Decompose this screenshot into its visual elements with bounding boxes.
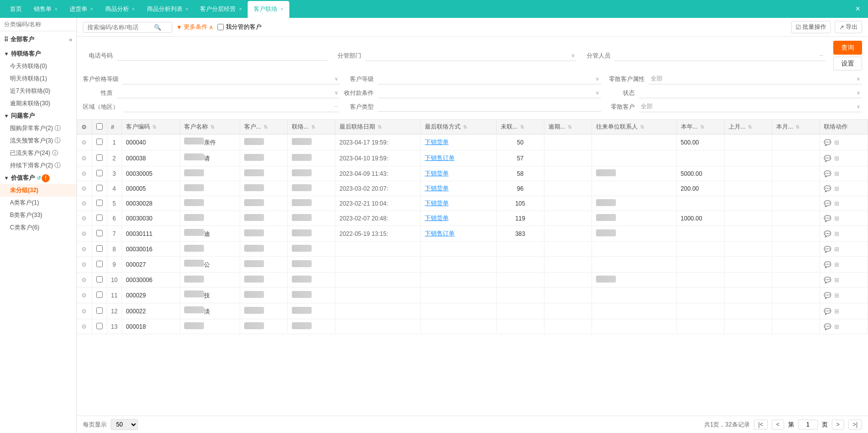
row-last-method-3[interactable]: 下销货单: [420, 181, 496, 196]
close-product-analysis-list-tab[interactable]: ×: [186, 6, 189, 12]
col-contacts-person[interactable]: 往来单位联系人 ⇅: [592, 120, 676, 135]
row-last-method-7[interactable]: [420, 242, 496, 257]
row-check-12[interactable]: [92, 319, 107, 334]
sidebar-all-customers[interactable]: ⠿ 全部客户 «: [0, 31, 76, 48]
filter-search-icon[interactable]: 🔍: [154, 24, 161, 31]
row-last-method-12[interactable]: [420, 319, 496, 334]
filter-more-conditions[interactable]: ▼ 更多条件 ∧: [176, 23, 213, 31]
row-gear-2[interactable]: ⚙: [77, 166, 92, 181]
col-this-month[interactable]: 本月... ⇅: [772, 120, 819, 135]
col-settings[interactable]: ⚙: [77, 120, 92, 135]
row-gear-8[interactable]: ⚙: [77, 257, 92, 273]
grid-icon-7[interactable]: ⊞: [834, 246, 839, 253]
close-sales-tab[interactable]: ×: [55, 6, 58, 12]
sidebar-item-churned[interactable]: 已流失客户(24) ⓘ: [0, 147, 76, 159]
nav-product-analysis-list[interactable]: 商品分析列表 ×: [141, 0, 195, 18]
col-checkbox[interactable]: [92, 120, 107, 135]
region-select[interactable]: ···: [123, 101, 340, 112]
nav-product-analysis[interactable]: 商品分析 ×: [99, 0, 141, 18]
close-customer-segment-tab[interactable]: ×: [239, 6, 242, 12]
row-gear-4[interactable]: ⚙: [77, 196, 92, 211]
row-gear-10[interactable]: ⚙: [77, 288, 92, 303]
row-check-8[interactable]: [92, 257, 107, 273]
sidebar-item-today[interactable]: 今天待联络(0): [0, 60, 76, 72]
chat-icon-9[interactable]: 💬: [824, 277, 831, 284]
sidebar-item-abnormal[interactable]: 囤购异常客户(2) ⓘ: [0, 122, 76, 135]
row-gear-12[interactable]: ⚙: [77, 319, 92, 334]
chat-icon-2[interactable]: 💬: [824, 170, 831, 177]
grid-icon-5[interactable]: ⊞: [834, 215, 839, 222]
sidebar-section-problem[interactable]: ▼ 问题客户: [0, 110, 76, 122]
row-gear-3[interactable]: ⚙: [77, 181, 92, 196]
grid-icon-9[interactable]: ⊞: [834, 277, 839, 284]
nav-customer-contact[interactable]: 客户联络 ×: [248, 1, 289, 19]
chat-icon-10[interactable]: 💬: [824, 292, 831, 299]
row-last-method-10[interactable]: [420, 288, 496, 303]
sidebar-item-tomorrow[interactable]: 明天待联络(1): [0, 72, 76, 85]
row-gear-6[interactable]: ⚙: [77, 226, 92, 242]
my-customers-check[interactable]: [217, 24, 224, 30]
row-check-11[interactable]: [92, 303, 107, 319]
retail-attr-select[interactable]: 全部 ∨: [649, 73, 862, 84]
sidebar-search-input[interactable]: [4, 21, 77, 28]
customer-type-input[interactable]: [378, 102, 601, 112]
nav-purchase[interactable]: 进货单 ×: [64, 0, 99, 18]
window-close-btn[interactable]: ×: [852, 2, 864, 15]
sidebar-item-overdue[interactable]: 逾期未联络(30): [0, 97, 76, 110]
grid-icon-3[interactable]: ⊞: [834, 185, 839, 192]
chat-icon-8[interactable]: 💬: [824, 261, 831, 268]
batch-ops-btn[interactable]: ☑ 批量操作: [791, 21, 831, 33]
grid-icon-2[interactable]: ⊞: [834, 170, 839, 177]
nature-select[interactable]: ∨: [117, 87, 340, 98]
sidebar-item-b-class[interactable]: B类客户(33): [0, 209, 76, 221]
sidebar-collapse-btn[interactable]: «: [69, 36, 72, 43]
sidebar-search-bar[interactable]: 🔍: [0, 18, 76, 31]
retail-customer-select[interactable]: 全部 ∨: [639, 101, 862, 112]
row-check-9[interactable]: [92, 273, 107, 288]
page-number-input[interactable]: [798, 420, 818, 430]
row-last-method-9[interactable]: [420, 273, 496, 288]
row-check-6[interactable]: [92, 226, 107, 242]
row-gear-9[interactable]: ⚙: [77, 273, 92, 288]
close-purchase-tab[interactable]: ×: [90, 6, 93, 12]
row-check-5[interactable]: [92, 211, 107, 226]
grid-icon-11[interactable]: ⊞: [834, 308, 839, 315]
my-customers-checkbox[interactable]: 我分管的客户: [217, 23, 262, 31]
payment-select[interactable]: ∨: [378, 87, 601, 98]
col-last-contact-method[interactable]: 最后联络方式 ⇅: [420, 120, 496, 135]
chat-icon-11[interactable]: 💬: [824, 308, 831, 315]
row-last-method-11[interactable]: [420, 303, 496, 319]
row-last-method-1[interactable]: 下销售订单: [420, 150, 496, 166]
manager-select[interactable]: ···: [614, 50, 825, 61]
refresh-icon[interactable]: ↺: [37, 175, 41, 181]
row-gear-5[interactable]: ⚙: [77, 211, 92, 226]
row-check-3[interactable]: [92, 181, 107, 196]
col-name[interactable]: 客户名称 ⇅: [180, 120, 240, 135]
chat-icon-4[interactable]: 💬: [824, 200, 831, 207]
sidebar-item-declining[interactable]: 持续下滑客户(2) ⓘ: [0, 159, 76, 172]
close-customer-contact-tab[interactable]: ×: [280, 6, 283, 12]
row-check-7[interactable]: [92, 242, 107, 257]
filter-search-input[interactable]: [87, 24, 152, 31]
row-check-0[interactable]: [92, 135, 107, 150]
last-page-btn[interactable]: >|: [848, 420, 862, 430]
row-last-method-6[interactable]: 下销售订单: [420, 226, 496, 242]
row-last-method-5[interactable]: 下销货单: [420, 211, 496, 226]
customer-level-select[interactable]: ∨: [378, 73, 601, 84]
col-this-year[interactable]: 本年... ⇅: [676, 120, 724, 135]
nav-sales[interactable]: 销售单 ×: [28, 0, 64, 18]
row-check-4[interactable]: [92, 196, 107, 211]
grid-icon-12[interactable]: ⊞: [834, 323, 839, 330]
grid-icon-4[interactable]: ⊞: [834, 200, 839, 207]
row-check-10[interactable]: [92, 288, 107, 303]
row-last-method-4[interactable]: 下销货单: [420, 196, 496, 211]
sidebar-item-c-class[interactable]: C类客户(6): [0, 221, 76, 234]
chat-icon-0[interactable]: 💬: [824, 139, 831, 146]
chat-icon-6[interactable]: 💬: [824, 230, 831, 237]
grid-icon-10[interactable]: ⊞: [834, 292, 839, 299]
chat-icon-12[interactable]: 💬: [824, 323, 831, 330]
row-last-method-8[interactable]: [420, 257, 496, 273]
row-gear-1[interactable]: ⚙: [77, 150, 92, 166]
grid-icon-1[interactable]: ⊞: [834, 155, 839, 162]
row-gear-0[interactable]: ⚙: [77, 135, 92, 150]
